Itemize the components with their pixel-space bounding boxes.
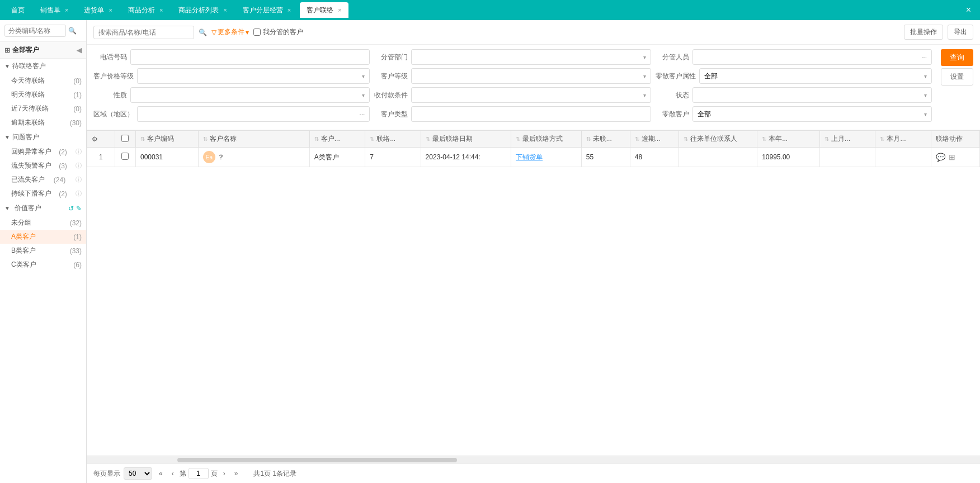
search-input[interactable] [93,26,194,39]
sidebar-all-customers[interactable]: ⊞ 全部客户 ◀ [0,42,86,59]
prev-page-button[interactable]: ‹ [168,468,177,479]
last-method-link[interactable]: 下销货单 [516,153,543,161]
nav-tab-customer-segment[interactable]: 客户分层经营 × [236,2,298,18]
batch-action-button[interactable]: 批量操作 [904,25,943,40]
payment-select[interactable]: ▾ [411,87,651,103]
sidebar-search-icon[interactable]: 🔍 [68,27,77,35]
sort-icon-ty: ⇅ [762,136,766,142]
sort-icon-tm: ⇅ [880,136,884,142]
close-purchase-icon[interactable]: × [109,7,112,13]
row-checkbox[interactable] [121,153,129,160]
cust-type-label: 客户类型 [374,110,408,119]
close-segment-icon[interactable]: × [288,7,291,13]
sidebar-item-c-class[interactable]: C类客户 (6) [0,258,86,272]
sidebar-group-value[interactable]: ▼ 价值客户 ↺ ✎ [0,201,86,216]
sidebar-item-a-class[interactable]: A类客户 (1) [0,230,86,244]
comment-icon[interactable]: 💬 [936,153,945,162]
filter-price-grade: 客户价格等级 ▾ [93,68,370,84]
collapse-icon[interactable]: ◀ [77,46,82,54]
triangle-icon: ▼ [4,63,10,69]
retail-label: 零散客户 [656,110,689,119]
retail-attr-select[interactable]: 全部 ▾ [699,68,932,84]
my-customers-checkbox[interactable] [253,29,261,36]
more-filters-button[interactable]: ▽ 更多条件 ▾ [211,27,249,37]
info-icon-churned: ⓘ [76,176,82,184]
refresh-icon[interactable]: ↺ [68,205,74,212]
sidebar-item-7days[interactable]: 近7天待联络 (0) [0,102,86,116]
region-input[interactable]: ··· [137,106,370,122]
retail-select[interactable]: 全部 ▾ [692,106,932,122]
horizontal-scrollbar[interactable] [87,456,980,463]
cell-last-month [820,148,875,167]
th-contact: ⇅联络... [365,131,421,148]
sidebar-item-ungrouped[interactable]: 未分组 (32) [0,216,86,230]
sidebar-item-declining[interactable]: 持续下滑客户 (2) ⓘ [0,187,86,201]
cust-grade-select[interactable]: ▾ [411,68,651,84]
price-grade-select[interactable]: ▾ [137,68,370,84]
main-layout: 🔍 ⊞ 全部客户 ◀ ▼ 待联络客户 今天待联络 (0) 明天待联络 (1) 近… [0,20,980,483]
nav-tab-product-analysis[interactable]: 商品分析 × [121,2,169,18]
sidebar-group-pending[interactable]: ▼ 待联络客户 [0,59,86,74]
triangle-icon-3: ▼ [4,205,10,211]
settings-button[interactable]: 设置 [941,68,973,86]
close-contact-icon[interactable]: × [338,7,341,13]
filter-retail: 零散客户 全部 ▾ [656,106,932,122]
th-this-month: ⇅本月... [875,131,931,148]
content-area: 🔍 ▽ 更多条件 ▾ 我分管的客户 批量操作 导出 [87,20,980,483]
th-gear[interactable]: ⚙ [87,131,115,148]
page-size-select[interactable]: 20 50 100 200 [124,467,152,480]
close-sales-icon[interactable]: × [65,7,68,13]
sidebar-item-today[interactable]: 今天待联络 (0) [0,74,86,88]
sidebar-search-area: 🔍 [0,20,86,42]
sidebar-item-churn-warning[interactable]: 流失预警客户 (3) ⓘ [0,159,86,173]
filter-bar: 🔍 ▽ 更多条件 ▾ 我分管的客户 批量操作 导出 [87,20,980,45]
nav-tab-sales[interactable]: 销售单 × [34,2,75,18]
cust-type-input[interactable] [411,106,651,122]
edit-icon[interactable]: ✎ [76,205,82,212]
manager-input[interactable]: ··· [692,49,932,65]
status-select[interactable]: ▾ [692,87,932,103]
hscroll-thumb[interactable] [177,458,457,462]
last-page-button[interactable]: » [231,468,242,479]
next-page-button[interactable]: › [220,468,229,479]
export-button[interactable]: 导出 [948,25,973,40]
query-button[interactable]: 查询 [941,49,973,66]
qr-icon[interactable]: ⊞ [949,153,955,162]
page-navigation: « ‹ 第 页 › » [156,468,241,479]
th-this-year: ⇅本年... [757,131,820,148]
nav-tab-product-list[interactable]: 商品分析列表 × [172,2,233,18]
nav-tab-purchase[interactable]: 进货单 × [77,2,119,18]
sidebar-item-b-class[interactable]: B类客户 (33) [0,244,86,258]
sidebar-item-overdue[interactable]: 逾期未联络 (30) [0,116,86,130]
select-all-checkbox[interactable] [121,135,129,142]
filter-dept: 分管部门 ▾ [374,49,651,65]
close-product-analysis-icon[interactable]: × [159,7,163,13]
first-page-button[interactable]: « [156,468,166,479]
sort-icon-ct: ⇅ [314,136,319,142]
page-number-input[interactable] [189,468,209,479]
sidebar-item-churned[interactable]: 已流失客户 (24) ⓘ [0,173,86,187]
sidebar-group-problem[interactable]: ▼ 问题客户 [0,130,86,145]
nature-select[interactable]: ▾ [130,87,370,103]
sidebar-search-input[interactable] [4,25,66,37]
app-close-icon[interactable]: × [962,5,976,15]
customer-name-text[interactable]: ？ [218,153,224,162]
cust-grade-label: 客户等级 [374,72,408,81]
filter-search-icon[interactable]: 🔍 [199,29,207,36]
cell-this-year: 10995.00 [757,148,820,167]
filter-retail-attr: 零散客户属性 全部 ▾ [656,68,932,84]
sort-icon-name: ⇅ [203,136,208,142]
nature-dropdown-icon: ▾ [362,92,365,98]
filter-status: 状态 ▾ [656,87,932,103]
sidebar-item-tomorrow[interactable]: 明天待联络 (1) [0,88,86,102]
column-settings-icon[interactable]: ⚙ [92,135,98,143]
nav-tab-customer-contact[interactable]: 客户联络 × [300,2,348,18]
triangle-icon-2: ▼ [4,134,10,140]
cell-name: Ea ？ [198,148,309,167]
nav-home[interactable]: 首页 [4,2,31,18]
phone-input[interactable] [130,49,370,65]
phone-label: 电话号码 [93,53,127,62]
dept-select[interactable]: ▾ [411,49,651,65]
close-product-list-icon[interactable]: × [223,7,227,13]
sidebar-item-repurchase[interactable]: 回购异常客户 (2) ⓘ [0,145,86,159]
